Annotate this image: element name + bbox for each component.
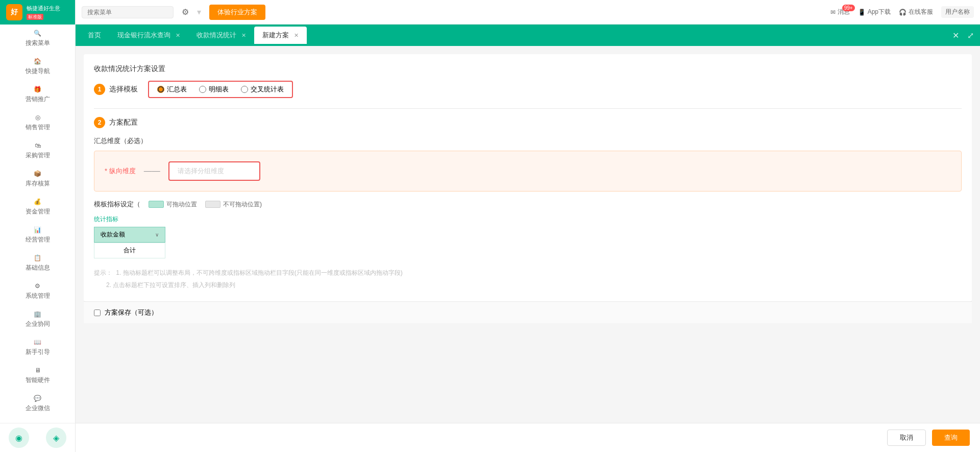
tab-new-plan-close[interactable]: ✕ [294, 32, 299, 39]
settings-card: 收款情况统计方案设置 1 选择模板 汇总表 明细表 交叉统计 [84, 54, 972, 301]
sidebar-item-sales[interactable]: ◎ 销售管理 [0, 109, 75, 137]
radio-cross[interactable]: 交叉统计表 [241, 85, 284, 94]
sidebar-bottom-icon2[interactable]: ◈ [46, 427, 66, 448]
legend-draggable: 可拖动位置 [149, 200, 197, 209]
message-icon: ✉ [830, 9, 836, 16]
service-icon: 🎧 [899, 9, 906, 16]
sidebar-item-member[interactable]: 👑 畅会员 [0, 418, 75, 423]
sidebar-item-wechat[interactable]: 💬 企业微信 [0, 390, 75, 418]
template-options: 汇总表 明细表 交叉统计表 [148, 81, 293, 98]
search-icon: 🔍 [34, 30, 41, 37]
vertical-dimension-label: * 纵向维度 [105, 166, 136, 176]
tab-home[interactable]: 首页 [80, 27, 109, 44]
tab-collection-close[interactable]: ✕ [241, 32, 246, 39]
sidebar-item-search[interactable]: 🔍 搜索菜单 [0, 25, 75, 53]
arrow-icon: —— [144, 166, 160, 176]
indicator-settings: 模板指标设定（ 可拖动位置 不可拖动位置) 统计指标 [94, 200, 962, 258]
sidebar-item-basic-info[interactable]: 📋 基础信息 [0, 249, 75, 277]
radio-detail-input[interactable] [199, 86, 206, 93]
maximize-icon[interactable]: ⤢ [965, 29, 976, 42]
legend-nondraggable: 不可拖动位置) [205, 200, 262, 209]
bottom-icon-2: ◈ [53, 433, 59, 443]
tabbar-actions: ✕ ⤢ [950, 29, 976, 42]
step2-badge: 2 [94, 117, 105, 128]
page-content: 收款情况统计方案设置 1 选择模板 汇总表 明细表 交叉统计 [76, 46, 980, 423]
sales-icon: ◎ [35, 114, 40, 121]
stats-row-total: 合计 [94, 243, 165, 258]
save-section: 方案保存（可选） [84, 301, 972, 323]
radio-summary[interactable]: 汇总表 [157, 85, 187, 94]
message-area[interactable]: ✉ 消息 99+ [830, 8, 850, 16]
dropdown-icon[interactable]: ▾ [197, 7, 201, 17]
logo-icon: 好 [6, 4, 22, 20]
section-divider [94, 108, 962, 109]
management-icon: 📊 [34, 226, 41, 233]
gear-icon[interactable]: ⚙ [182, 7, 189, 17]
non-draggable-box [205, 201, 220, 208]
info-icon: 📋 [34, 254, 41, 261]
logo-area: 好 畅捷通好生意 标准版 [0, 0, 75, 25]
tips-item-2: 2. 点击标题栏下拉可设置排序、插入列和删除列 [106, 281, 235, 289]
dimension-section-label: 汇总维度（必选） [94, 136, 962, 146]
stats-table-area: 统计指标 收款金额 ∨ 合计 [94, 215, 962, 258]
enterprise-icon: 🏢 [34, 311, 41, 318]
tab-cashflow-close[interactable]: ✕ [176, 32, 180, 39]
sidebar-item-hardware[interactable]: 🖥 智能硬件 [0, 362, 75, 390]
topbar: ⚙ ▾ 体验行业方案 ✉ 消息 99+ 📱 App下载 🎧 在线客服 用户名称 [76, 0, 980, 25]
sidebar-item-management[interactable]: 📊 经营管理 [0, 221, 75, 249]
sidebar-item-finance[interactable]: 💰 资金管理 [0, 193, 75, 221]
radio-cross-input[interactable] [241, 86, 248, 93]
tips-title: 提示： [94, 269, 112, 276]
sidebar-item-inventory[interactable]: 📦 库存核算 [0, 165, 75, 193]
tab-collection[interactable]: 收款情况统计 ✕ [188, 27, 254, 44]
step2-header: 2 方案配置 [94, 117, 962, 128]
close-window-icon[interactable]: ✕ [950, 29, 961, 42]
tab-new-plan[interactable]: 新建方案 ✕ [254, 27, 307, 44]
dimension-area: * 纵向维度 —— 请选择分组维度 [94, 151, 962, 192]
sidebar-item-purchase[interactable]: 🛍 采购管理 [0, 137, 75, 165]
radio-detail[interactable]: 明细表 [199, 85, 229, 94]
dimension-row: * 纵向维度 —— 请选择分组维度 [105, 161, 260, 181]
sidebar-nav: 🔍 搜索菜单 🏠 快捷导航 🎁 营销推广 ◎ 销售管理 🛍 采购管理 📦 库存核… [0, 25, 75, 423]
stats-col-header[interactable]: 收款金额 ∨ [94, 227, 165, 243]
cancel-button[interactable]: 取消 [887, 430, 926, 446]
user-info[interactable]: 用户名称 [941, 6, 974, 18]
indicator-label: 模板指标设定（ [94, 200, 140, 209]
step1-row: 1 选择模板 汇总表 明细表 交叉统计表 [94, 81, 962, 98]
sidebar-item-marketing[interactable]: 🎁 营销推广 [0, 81, 75, 109]
sidebar-item-guide[interactable]: 📖 新手引导 [0, 334, 75, 362]
indicator-legend: 可拖动位置 不可拖动位置) [149, 200, 262, 209]
tips-section: 提示： 1. 拖动标题栏可以调整布局，不可跨维度或指标区域拖动栏目字段(只能在同… [94, 267, 962, 291]
step2-label: 方案配置 [109, 118, 138, 127]
service-area[interactable]: 🎧 在线客服 [899, 8, 933, 16]
hardware-icon: 🖥 [35, 367, 41, 374]
indicator-header: 模板指标设定（ 可拖动位置 不可拖动位置) [94, 200, 962, 209]
required-mark: * [105, 167, 107, 175]
wechat-icon: 💬 [34, 395, 41, 402]
sidebar-item-enterprise[interactable]: 🏢 企业协同 [0, 305, 75, 334]
search-input[interactable] [82, 6, 174, 18]
step1-label: 选择模板 [109, 85, 138, 94]
step1-badge: 1 [94, 84, 105, 95]
query-button[interactable]: 查询 [932, 430, 970, 446]
tips-item-1: 1. 拖动标题栏可以调整布局，不可跨维度或指标区域拖动栏目字段(只能在同一维度或… [116, 269, 402, 276]
sidebar-item-nav[interactable]: 🏠 快捷导航 [0, 53, 75, 81]
gift-icon: 🎁 [34, 86, 41, 93]
topbar-right: ✉ 消息 99+ 📱 App下载 🎧 在线客服 用户名称 [830, 6, 974, 18]
stats-label: 统计指标 [94, 215, 962, 224]
sidebar-item-system[interactable]: ⚙ 系统管理 [0, 277, 75, 305]
save-label: 方案保存（可选） [105, 308, 158, 317]
tab-cashflow[interactable]: 现金银行流水查询 ✕ [109, 27, 188, 44]
finance-icon: 💰 [34, 198, 41, 205]
logo-text: 畅捷通好生意 标准版 [27, 5, 60, 20]
sidebar-bottom: ◉ ◈ [0, 423, 75, 452]
tabbar: 首页 现金银行流水查询 ✕ 收款情况统计 ✕ 新建方案 ✕ ✕ ⤢ [76, 25, 980, 46]
save-checkbox[interactable] [94, 310, 101, 316]
purchase-icon: 🛍 [35, 142, 41, 149]
radio-summary-input[interactable] [157, 86, 164, 93]
sidebar-bottom-icon1[interactable]: ◉ [9, 427, 29, 448]
home-icon: 🏠 [34, 58, 41, 65]
dimension-selector[interactable]: 请选择分组维度 [168, 161, 260, 181]
download-area[interactable]: 📱 App下载 [858, 8, 891, 16]
trial-button[interactable]: 体验行业方案 [209, 5, 265, 20]
